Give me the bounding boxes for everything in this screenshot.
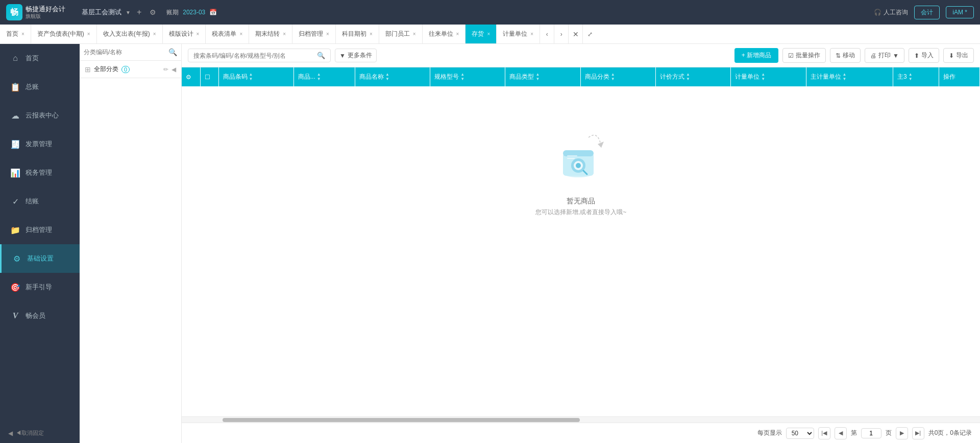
sidebar-item-closing[interactable]: ✓ 结账: [0, 187, 80, 216]
tab-bar: 首页 × 资产负债表(中期) × 收入支出表(年报) × 模版设计 × 税表清单…: [0, 25, 980, 44]
tab-period-transfer[interactable]: 期末结转 ×: [249, 25, 292, 44]
tab-expand-button[interactable]: ⤢: [583, 25, 597, 44]
tab-balance-sheet-close[interactable]: ×: [87, 31, 90, 37]
th-main-unit[interactable]: 主计量单位 ▲▼: [806, 67, 893, 86]
consult-button[interactable]: 🎧 人工咨询: [874, 8, 908, 17]
account-button[interactable]: 会计: [914, 6, 940, 19]
tab-next-button[interactable]: ›: [554, 25, 569, 44]
category-edit-icon[interactable]: ✏: [163, 66, 168, 73]
filter-label: 更多条件: [348, 51, 372, 60]
tab-archive[interactable]: 归档管理 ×: [292, 25, 336, 44]
tab-dept-staff-close[interactable]: ×: [413, 31, 416, 37]
sidebar-item-reports[interactable]: ☁ 云报表中心: [0, 101, 80, 130]
sidebar-item-basic-settings[interactable]: ⚙ 基础设置: [0, 244, 80, 273]
iam-button[interactable]: iAM *: [946, 6, 974, 18]
tab-subject-init-close[interactable]: ×: [370, 31, 373, 37]
filter-button[interactable]: ▼ 更多条件: [335, 49, 377, 62]
th-col3[interactable]: 主3 ▲▼: [893, 67, 939, 86]
empty-title: 暂无商品: [567, 197, 595, 206]
tab-balance-sheet[interactable]: 资产负债表(中期) ×: [31, 25, 97, 44]
settings-icon[interactable]: ⚙: [148, 6, 158, 18]
page-first-button[interactable]: |◀: [818, 427, 830, 439]
import-button[interactable]: ⬆ 导入: [909, 48, 939, 63]
th-type[interactable]: 商品类型 ▲▼: [505, 67, 580, 86]
th-main-unit-label: 主计量单位: [811, 73, 841, 81]
move-button[interactable]: ⇅ 移动: [830, 48, 861, 63]
scroll-thumb[interactable]: [223, 418, 580, 422]
period-value[interactable]: 2023-03: [183, 9, 205, 16]
category-collapse-icon[interactable]: ◀: [172, 66, 176, 73]
company-dropdown-icon[interactable]: ▼: [126, 10, 131, 15]
tab-dept-staff[interactable]: 部门员工 ×: [379, 25, 423, 44]
page-size-select[interactable]: 50 10 20 100: [786, 428, 814, 439]
page-prev-button[interactable]: ◀: [835, 427, 847, 439]
company-selector[interactable]: 基层工会测试: [82, 8, 121, 17]
sidebar-collapse-button[interactable]: ◀ ◀取消固定: [0, 423, 80, 443]
th-price-method-label: 计价方式: [660, 73, 684, 81]
goods-search-icon[interactable]: 🔍: [317, 52, 325, 59]
sidebar-item-guide[interactable]: 🎯 新手引导: [0, 273, 80, 301]
sidebar-item-invoice[interactable]: 🧾 发票管理: [0, 130, 80, 158]
sidebar-invoice-label: 发票管理: [26, 139, 52, 149]
print-icon: 🖨: [870, 52, 876, 59]
tab-close-all-button[interactable]: ✕: [569, 25, 583, 44]
th-checkbox[interactable]: ☐: [200, 67, 218, 86]
tab-template-design[interactable]: 模版设计 ×: [163, 25, 206, 44]
period-label: 账期: [166, 8, 179, 17]
tab-dept-staff-label: 部门员工: [385, 30, 410, 38]
right-content: 🔍 ▼ 更多条件 + 新增商品 ☑ 批量操作 ⇅: [182, 44, 980, 443]
category-search-input[interactable]: [84, 49, 166, 56]
page-last-button[interactable]: ▶|: [912, 427, 924, 439]
th-price-method[interactable]: 计价方式 ▲▼: [655, 67, 730, 86]
th-unit[interactable]: 计量单位 ▲▼: [731, 67, 806, 86]
sidebar-home-label: 首页: [26, 54, 39, 63]
th-name[interactable]: 商品名称 ▲▼: [355, 67, 430, 86]
tab-template-close[interactable]: ×: [197, 31, 200, 37]
th-settings[interactable]: ⚙: [182, 67, 200, 86]
tab-contacts[interactable]: 往来单位 ×: [423, 25, 466, 44]
sidebar-item-home[interactable]: ⌂ 首页: [0, 44, 80, 73]
add-company-button[interactable]: +: [135, 6, 143, 19]
th-spec[interactable]: 规格型号 ▲▼: [430, 67, 505, 86]
tab-income-expense[interactable]: 收入支出表(年报) ×: [97, 25, 163, 44]
tab-subject-init[interactable]: 科目期初 ×: [336, 25, 379, 44]
sidebar-item-archive[interactable]: 📁 归档管理: [0, 216, 80, 244]
spec-sort-arrows: ▲▼: [460, 73, 464, 81]
tab-unit[interactable]: 计量单位 ×: [497, 25, 540, 44]
tab-tax-list-close[interactable]: ×: [239, 31, 242, 37]
tab-archive-close[interactable]: ×: [326, 31, 329, 37]
tab-tax-list[interactable]: 税表清单 ×: [206, 25, 249, 44]
th-code[interactable]: 商品... ▲▼: [293, 67, 355, 86]
horizontal-scrollbar[interactable]: [182, 416, 980, 423]
tab-inventory[interactable]: 存货 ×: [465, 25, 497, 44]
barcode-sort-arrows: ▲▼: [249, 73, 253, 81]
category-search-icon[interactable]: 🔍: [168, 48, 177, 56]
tab-unit-close[interactable]: ×: [530, 31, 533, 37]
batch-operation-button[interactable]: ☑ 批量操作: [782, 48, 826, 63]
add-goods-button[interactable]: + 新增商品: [734, 48, 778, 63]
th-barcode[interactable]: 商品条码 ▲▼: [218, 67, 293, 86]
tab-inventory-close[interactable]: ×: [487, 31, 490, 37]
page-next-button[interactable]: ▶: [896, 427, 908, 439]
tab-contacts-close[interactable]: ×: [456, 31, 459, 37]
th-code-label: 商品...: [298, 73, 315, 81]
calendar-icon[interactable]: 📅: [209, 9, 217, 16]
export-button[interactable]: ⬇ 导出: [943, 48, 974, 63]
tab-home[interactable]: 首页 ×: [0, 25, 31, 44]
total-records: 共0页，0条记录: [928, 429, 972, 437]
tab-prev-button[interactable]: ‹: [540, 25, 554, 44]
th-category[interactable]: 商品分类 ▲▼: [580, 67, 655, 86]
sidebar-item-ledger[interactable]: 📋 总账: [0, 73, 80, 101]
page-input[interactable]: [861, 428, 881, 438]
sidebar-item-member[interactable]: V 畅会员: [0, 301, 80, 330]
goods-search-input[interactable]: [193, 52, 314, 59]
sidebar-item-tax[interactable]: 📊 税务管理: [0, 158, 80, 187]
logo-area: 畅 畅捷通好会计 旗舰版: [6, 4, 78, 20]
tab-period-transfer-close[interactable]: ×: [283, 31, 286, 37]
print-button[interactable]: 🖨 打印 ▼: [865, 48, 904, 63]
tab-income-expense-close[interactable]: ×: [153, 31, 156, 37]
th-spec-label: 规格型号: [434, 73, 459, 81]
content-area: 🔍 ⊞ 全部分类 0 ✏ ◀ 🔍: [80, 44, 980, 443]
tab-tax-list-label: 税表清单: [212, 30, 236, 38]
tab-home-close[interactable]: ×: [21, 31, 24, 37]
